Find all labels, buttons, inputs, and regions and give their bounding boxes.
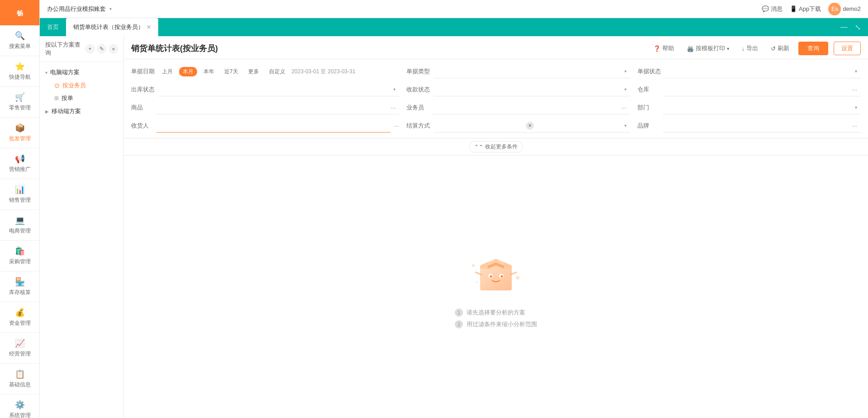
tree-expand-icon: ▾ <box>45 70 47 75</box>
filter-dept: 部门 ▾ <box>637 101 861 114</box>
goods-select[interactable]: ··· <box>156 101 399 114</box>
export-button[interactable]: ↓ 导出 <box>738 43 762 54</box>
help-button[interactable]: ❓ 帮助 <box>650 43 678 54</box>
edit-scheme-button[interactable]: ✎ <box>97 44 106 53</box>
tree-desktop-label: 电脑端方案 <box>50 68 80 76</box>
date-last-7days-button[interactable]: 近7天 <box>221 67 242 76</box>
salesperson-dots: ··· <box>621 104 627 111</box>
sidebar-item-label: 搜索菜单 <box>9 43 31 50</box>
sidebar-item-basic[interactable]: 📋 基础信息 <box>0 364 39 394</box>
date-custom-button[interactable]: 自定义 <box>265 67 289 76</box>
collapse-label: 收起更多条件 <box>485 143 518 151</box>
doc-status-select[interactable]: ▾ <box>665 65 861 78</box>
sidebar-item-retail[interactable]: 🛒 零售管理 <box>0 87 39 118</box>
star-icon: ⭐ <box>15 62 25 71</box>
warehouse-select[interactable]: ··· <box>663 83 861 96</box>
help-icon: ❓ <box>653 45 660 52</box>
filter-doc-status: 单据状态 ▾ <box>637 65 861 78</box>
doc-type-select[interactable]: ▾ <box>434 65 630 78</box>
date-label: 单据日期 <box>131 67 155 76</box>
sidebar-item-finance[interactable]: 💰 资金管理 <box>0 302 39 333</box>
help-label: 帮助 <box>662 44 674 52</box>
svg-point-8 <box>516 276 519 280</box>
message-icon: 💬 <box>762 5 769 12</box>
sidebar-item-search[interactable]: 🔍 搜索菜单 <box>0 25 39 56</box>
sidebar-item-marketing[interactable]: 📢 营销推广 <box>0 148 39 179</box>
sidebar-item-label: 营销推广 <box>9 166 31 173</box>
box-icon: 📦 <box>15 123 25 133</box>
salesperson-select[interactable]: ··· <box>432 101 630 114</box>
tab-minimize-button[interactable]: — <box>839 21 849 33</box>
doc-status-arrow: ▾ <box>855 69 857 74</box>
tab-home[interactable]: 首页 <box>40 18 66 36</box>
settlement-select[interactable]: ✕ ▾ <box>434 119 630 133</box>
add-scheme-button[interactable]: + <box>85 44 94 53</box>
print-icon: 🖨️ <box>687 45 694 52</box>
receiver-label: 收货人 <box>131 122 153 130</box>
download-icon: 📱 <box>790 5 797 12</box>
tree-desktop-schemes[interactable]: ▾ 电脑端方案 <box>40 66 123 79</box>
export-icon: ↓ <box>742 45 745 52</box>
download-action[interactable]: 📱 App下载 <box>790 5 821 13</box>
tab-bar-actions: — ⤡ <box>839 21 868 33</box>
refresh-icon: ↺ <box>771 45 776 52</box>
right-panel: 销货单统计表(按业务员) ❓ 帮助 🖨️ 按模板打印 ▾ ↓ <box>124 36 868 418</box>
message-action[interactable]: 💬 消息 <box>762 5 783 13</box>
date-filter-buttons: 上月 本月 本年 近7天 更多 自定义 2023-03-01 至 2023-03… <box>158 67 355 76</box>
title-dropdown-arrow[interactable]: ▾ <box>109 6 112 11</box>
date-last-month-button[interactable]: 上月 <box>158 67 176 76</box>
payment-status-select[interactable]: ▾ <box>434 83 630 96</box>
settlement-clear-button[interactable]: ✕ <box>526 122 534 130</box>
settings-button[interactable]: 设置 <box>834 42 861 55</box>
tree-mobile-schemes[interactable]: ▶ 移动端方案 <box>40 104 123 118</box>
sidebar-item-label: 基础信息 <box>9 381 31 389</box>
receiver-input[interactable] <box>156 119 391 133</box>
tab-home-label: 首页 <box>47 23 59 31</box>
sidebar-item-system[interactable]: ⚙️ 系统管理 <box>0 394 39 418</box>
sidebar-item-sales[interactable]: 📊 销售管理 <box>0 179 39 210</box>
content-area: 按以下方案查询 + ✎ « ▾ 电脑端方案 ⊙ 按业 <box>40 36 868 418</box>
search-icon: 🔍 <box>15 31 25 41</box>
top-nav-left: 办公用品行业模拟账套 ▾ <box>47 5 112 13</box>
tab-close-icon[interactable]: ✕ <box>146 24 151 30</box>
tree-collapse-icon: ▶ <box>45 109 49 114</box>
print-button[interactable]: 🖨️ 按模板打印 ▾ <box>683 43 733 54</box>
sidebar-item-wholesale[interactable]: 📦 批发管理 <box>0 118 39 148</box>
left-panel-actions: + ✎ « <box>85 44 118 53</box>
filter-out-status: 出库状态 ▾ <box>131 83 399 96</box>
dept-arrow: ▾ <box>855 105 857 110</box>
date-this-year-button[interactable]: 本年 <box>200 67 218 76</box>
filter-row-4: 收货人 ··· 结算方式 ✕ ▾ <box>131 119 861 133</box>
sidebar-item-inventory[interactable]: 🏪 库存核算 <box>0 271 39 302</box>
gear-icon: ⚙️ <box>15 400 25 410</box>
sidebar-item-label: 电商管理 <box>9 227 31 235</box>
sidebar-item-operation[interactable]: 📈 经营管理 <box>0 333 39 364</box>
tree-item-by-salesperson[interactable]: ⊙ 按业务员 <box>49 79 123 92</box>
tab-sales-stats[interactable]: 销货单统计表（按业务员） ✕ <box>66 18 158 36</box>
date-more-button[interactable]: 更多 <box>245 67 263 76</box>
payment-status-label: 收款状态 <box>406 86 430 94</box>
refresh-button[interactable]: ↺ 刷新 <box>767 43 793 54</box>
svg-point-6 <box>501 276 503 278</box>
sidebar-item-label: 资金管理 <box>9 319 31 327</box>
logo-icon: 畅 <box>11 4 29 22</box>
filter-row-2: 出库状态 ▾ 收款状态 ▾ <box>131 83 861 96</box>
sidebar-item-ecommerce[interactable]: 💻 电商管理 <box>0 210 39 241</box>
sidebar-item-purchase[interactable]: 🛍️ 采购管理 <box>0 241 39 271</box>
query-button[interactable]: 查询 <box>798 42 828 55</box>
date-this-month-button[interactable]: 本月 <box>179 67 197 76</box>
tab-expand-button[interactable]: ⤡ <box>853 21 863 33</box>
filter-salesperson: 业务员 ··· <box>406 101 630 114</box>
avatar: Ea <box>828 3 841 15</box>
out-status-select[interactable]: ▾ <box>158 83 399 96</box>
collapse-panel-button[interactable]: « <box>109 44 118 53</box>
warehouse-label: 仓库 <box>637 86 659 94</box>
dept-select[interactable]: ▾ <box>663 101 861 114</box>
collapse-filters-button[interactable]: ⌃⌃ 收起更多条件 <box>469 141 523 152</box>
sidebar-item-label: 快捷导航 <box>9 73 31 81</box>
tree-item-by-order[interactable]: ⊞ 按单 <box>49 92 123 104</box>
sidebar-item-quick[interactable]: ⭐ 快捷导航 <box>0 56 39 87</box>
user-action[interactable]: Ea demo2 <box>828 3 861 15</box>
empty-tips: 1 请先选择要分析的方案 2 用过滤条件来缩小分析范围 <box>455 309 537 328</box>
brand-select[interactable]: ··· <box>663 119 861 133</box>
